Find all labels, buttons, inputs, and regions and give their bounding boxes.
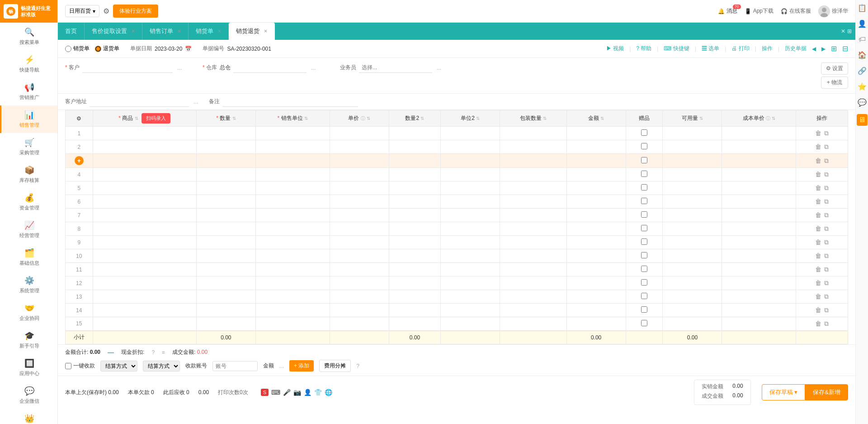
experience-btn[interactable]: 体验行业方案	[113, 5, 158, 18]
data-cell[interactable]	[566, 209, 626, 222]
avail-cell[interactable]	[663, 263, 722, 276]
settlement-method-select[interactable]: 结算方式	[100, 361, 137, 372]
data-cell[interactable]	[389, 209, 441, 222]
gift-checkbox[interactable]	[641, 157, 647, 163]
settings-btn[interactable]: ⚙ 设置	[821, 62, 848, 75]
avail-sort-icon[interactable]: ⇅	[699, 116, 703, 121]
gift-checkbox[interactable]	[641, 252, 647, 258]
data-cell[interactable]	[441, 290, 500, 304]
table-gear-icon[interactable]: ⚙	[76, 115, 81, 122]
price-sort-icon[interactable]: ⇅	[367, 116, 370, 121]
qty2-sort-icon[interactable]: ⇅	[420, 116, 424, 121]
data-cell[interactable]	[196, 154, 255, 168]
sidebar-item-search[interactable]: 🔍 搜索菜单	[0, 23, 57, 50]
shortcut-action[interactable]: ⌨ 快捷键	[664, 45, 689, 52]
sidebar-item-purchase[interactable]: 🛒 采购管理	[0, 133, 57, 161]
copy-icon[interactable]: ⧉	[824, 225, 829, 232]
cost-price-cell[interactable]	[722, 181, 796, 195]
radio-sales-doc-input[interactable]	[65, 46, 71, 52]
data-cell[interactable]	[255, 236, 330, 249]
microphone-icon[interactable]: 🎤	[283, 389, 291, 396]
avail-cell[interactable]	[663, 249, 722, 263]
cost-price-cell[interactable]	[722, 195, 796, 209]
tab-sales-return-close[interactable]: ×	[264, 28, 267, 34]
data-cell[interactable]	[330, 168, 389, 181]
print-action[interactable]: 🖨 打印	[731, 45, 749, 52]
link-panel-icon[interactable]: 🔗	[858, 67, 867, 75]
help-action[interactable]: ? 帮助	[636, 45, 651, 52]
customer-input[interactable]	[82, 62, 173, 73]
cost-price-cell[interactable]	[722, 154, 796, 168]
data-cell[interactable]	[441, 154, 500, 168]
data-cell[interactable]	[255, 209, 330, 222]
monitor-panel-icon[interactable]: 🖥	[857, 114, 868, 126]
avail-cell[interactable]	[663, 154, 722, 168]
qty-sort-icon[interactable]: ⇅	[232, 116, 236, 121]
cost-price-cell[interactable]	[722, 236, 796, 249]
data-cell[interactable]	[566, 222, 626, 236]
cost-price-cell[interactable]	[722, 317, 796, 331]
tag-panel-icon[interactable]: 🏷	[859, 35, 866, 43]
delete-icon[interactable]: 🗑	[815, 279, 821, 286]
radio-return-doc[interactable]: 退货单	[95, 45, 119, 52]
operation-action[interactable]: 操作	[762, 45, 773, 52]
sidebar-item-quick-nav[interactable]: ⚡ 快捷导航	[0, 50, 57, 78]
radio-sales-doc[interactable]: 销货单	[65, 45, 90, 52]
data-cell[interactable]	[196, 168, 255, 181]
sidebar-item-apps[interactable]: 🔲 应用中心	[0, 354, 57, 381]
address-input[interactable]	[90, 96, 189, 107]
data-cell[interactable]	[500, 222, 566, 236]
sales-unit-sort-icon[interactable]: ⇅	[304, 116, 308, 121]
data-cell[interactable]	[500, 168, 566, 181]
data-cell[interactable]	[389, 127, 441, 140]
data-cell[interactable]	[500, 140, 566, 154]
data-cell[interactable]	[330, 304, 389, 317]
data-cell[interactable]	[196, 140, 255, 154]
data-cell[interactable]	[255, 154, 330, 168]
data-cell[interactable]	[566, 195, 626, 209]
cost-price-cell[interactable]	[722, 263, 796, 276]
data-cell[interactable]	[196, 263, 255, 276]
data-cell[interactable]	[330, 263, 389, 276]
data-cell[interactable]	[255, 263, 330, 276]
data-cell[interactable]	[500, 127, 566, 140]
add-btn[interactable]: + 添加	[289, 360, 314, 372]
data-cell[interactable]	[389, 263, 441, 276]
avail-cell[interactable]	[663, 209, 722, 222]
data-cell[interactable]	[566, 181, 626, 195]
keyboard-icon[interactable]: ⌨	[271, 389, 280, 396]
data-cell[interactable]	[196, 181, 255, 195]
data-cell[interactable]	[330, 181, 389, 195]
data-cell[interactable]	[255, 290, 330, 304]
tab-home[interactable]: 首页	[58, 23, 85, 40]
data-cell[interactable]	[500, 154, 566, 168]
avail-cell[interactable]	[663, 222, 722, 236]
question-icon[interactable]: ?	[151, 349, 155, 356]
data-cell[interactable]	[389, 290, 441, 304]
data-cell[interactable]	[196, 249, 255, 263]
gift-checkbox[interactable]	[641, 293, 647, 299]
cost-price-cell[interactable]	[722, 168, 796, 181]
user-item[interactable]: 徐泽华	[818, 5, 848, 17]
cost-price-cell[interactable]	[722, 290, 796, 304]
data-cell[interactable]	[196, 236, 255, 249]
home-panel-icon[interactable]: 🏠	[858, 51, 867, 59]
gift-checkbox[interactable]	[641, 238, 647, 245]
unit2-sort-icon[interactable]: ⇅	[476, 116, 480, 121]
data-cell[interactable]	[500, 304, 566, 317]
data-cell[interactable]	[330, 290, 389, 304]
cost-price-cell[interactable]	[722, 222, 796, 236]
gift-checkbox[interactable]	[641, 320, 647, 326]
delete-icon[interactable]: 🗑	[815, 293, 821, 300]
minus-btn[interactable]: —	[108, 349, 114, 356]
data-cell[interactable]	[441, 140, 500, 154]
data-cell[interactable]	[441, 222, 500, 236]
copy-icon[interactable]: ⧉	[824, 157, 829, 164]
data-cell[interactable]	[500, 290, 566, 304]
data-cell[interactable]	[330, 317, 389, 331]
cost-price-cell[interactable]	[722, 304, 796, 317]
sidebar-item-inventory[interactable]: 📦 库存核算	[0, 161, 57, 188]
customer-dots[interactable]: ...	[177, 65, 182, 71]
copy-icon[interactable]: ⧉	[824, 211, 829, 219]
data-cell[interactable]	[500, 249, 566, 263]
